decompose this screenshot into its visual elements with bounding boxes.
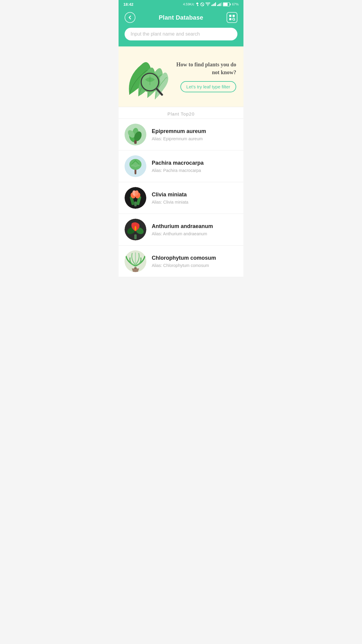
svg-line-17 xyxy=(234,20,235,21)
signal-icon-2 xyxy=(217,2,222,6)
plant-item[interactable]: Anthurium andraeanumAlias: Anthurium and… xyxy=(119,214,243,246)
plant-name: Epipremnum aureum xyxy=(152,128,206,135)
wifi-icon xyxy=(205,2,210,6)
banner: How to find plants you do not know? Let'… xyxy=(119,46,243,107)
search-input[interactable] xyxy=(131,31,231,37)
svg-rect-11 xyxy=(230,3,231,5)
signal-icon xyxy=(211,2,216,6)
plant-avatar xyxy=(125,124,146,145)
svg-rect-5 xyxy=(215,2,216,6)
plant-avatar xyxy=(125,155,146,177)
plant-avatar xyxy=(125,250,146,272)
svg-rect-2 xyxy=(211,5,212,6)
plant-info: Epipremnum aureumAlias: Epipremnum aureu… xyxy=(152,128,206,141)
leaf-filter-button[interactable]: Let's try leaf type filter xyxy=(180,81,236,92)
plant-alias: Alias: Epipremnum aureum xyxy=(152,136,206,141)
plant-item[interactable]: Pachira macrocarpaAlias: Pachira macroca… xyxy=(119,151,243,182)
plant-item[interactable]: Chlorophytum comosumAlias: Chlorophytum … xyxy=(119,246,243,277)
section-title: Plant Top20 xyxy=(167,111,195,116)
plant-name: Chlorophytum comosum xyxy=(152,255,216,261)
plant-info: Chlorophytum comosumAlias: Chlorophytum … xyxy=(152,255,216,268)
status-bar: 18:42 4.59K/c xyxy=(119,0,243,8)
banner-question: How to find plants you do not know? xyxy=(172,61,236,76)
svg-rect-15 xyxy=(229,18,231,20)
plant-name: Clivia miniata xyxy=(152,192,188,198)
plant-alias: Alias: Pachira macrocarpa xyxy=(152,168,204,173)
plant-info: Clivia miniataAlias: Clivia miniata xyxy=(152,192,188,205)
grid-search-button[interactable] xyxy=(227,12,237,23)
plant-info: Pachira macrocarpaAlias: Pachira macroca… xyxy=(152,160,204,173)
svg-rect-12 xyxy=(223,3,227,6)
svg-rect-8 xyxy=(220,3,221,6)
plant-info: Anthurium andraeanumAlias: Anthurium and… xyxy=(152,223,213,236)
plant-alias: Alias: Clivia miniata xyxy=(152,200,188,205)
status-right: 4.59K/c xyxy=(183,2,239,6)
svg-rect-3 xyxy=(213,4,214,6)
banner-illustration xyxy=(123,52,172,101)
network-speed: 4.59K/c xyxy=(183,2,194,6)
battery-icon xyxy=(223,2,231,6)
back-button[interactable] xyxy=(125,12,135,23)
page-title: Plant Database xyxy=(159,14,203,21)
status-time: 18:42 xyxy=(123,2,133,7)
plant-name: Anthurium andraeanum xyxy=(152,223,213,230)
plant-avatar xyxy=(125,219,146,240)
svg-rect-6 xyxy=(217,5,218,6)
svg-rect-13 xyxy=(229,15,231,17)
plant-avatar xyxy=(125,187,146,209)
svg-rect-7 xyxy=(218,4,219,6)
plant-alias: Alias: Chlorophytum comosum xyxy=(152,263,216,268)
svg-line-1 xyxy=(201,3,204,6)
svg-rect-42 xyxy=(134,234,137,239)
plant-alias: Alias: Anthurium andraeanum xyxy=(152,231,213,236)
plant-item[interactable]: Epipremnum aureumAlias: Epipremnum aureu… xyxy=(119,119,243,151)
svg-rect-14 xyxy=(233,15,235,17)
search-input-wrap xyxy=(125,28,237,40)
header: Plant Database xyxy=(119,8,243,28)
banner-text-area: How to find plants you do not know? Let'… xyxy=(172,61,239,92)
battery-percent: 67% xyxy=(232,2,239,6)
plant-item[interactable]: Clivia miniataAlias: Clivia miniata xyxy=(119,182,243,214)
search-area xyxy=(119,28,243,46)
plant-name: Pachira macrocarpa xyxy=(152,160,204,166)
section-title-wrap: Plant Top20 xyxy=(119,107,243,119)
grid-search-icon xyxy=(229,14,235,21)
mute-icon xyxy=(200,2,204,6)
plant-magnifier-illustration xyxy=(123,52,172,101)
svg-rect-33 xyxy=(134,201,137,206)
svg-point-45 xyxy=(135,226,136,231)
plant-list: Epipremnum aureumAlias: Epipremnum aureu… xyxy=(119,119,243,277)
svg-rect-4 xyxy=(214,3,215,6)
bluetooth-icon xyxy=(195,2,199,6)
svg-rect-28 xyxy=(134,140,137,144)
svg-rect-9 xyxy=(221,2,222,6)
